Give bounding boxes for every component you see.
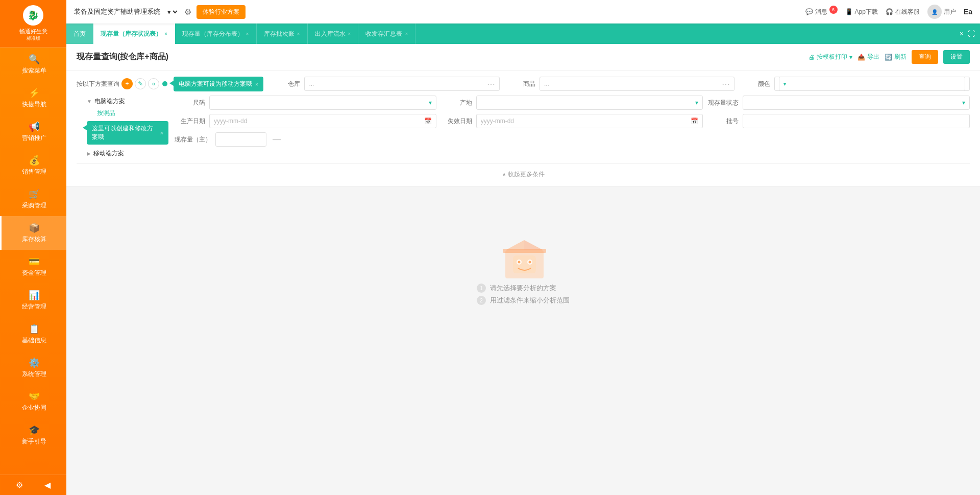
sidebar-item-guide[interactable]: 🎓 新手引导 [0, 418, 66, 452]
message-label: 消息 [815, 8, 827, 16]
tab-close-icon[interactable]: × [297, 31, 300, 37]
print-btn[interactable]: 🖨 按模板打印 ▾ [808, 53, 852, 61]
create-tooltip-wrap: 这里可以创建和修改方案哦 × [87, 121, 168, 145]
filter-row2: 尺码 ▾ 产地 ▾ 现存量状态 [175, 96, 970, 110]
gear-icon: ⚙️ [29, 357, 40, 368]
empty-text: 1 请先选择要分析的方案 2 用过滤条件来缩小分析范围 [477, 284, 570, 305]
create-tooltip-close[interactable]: × [160, 130, 163, 136]
sidebar-item-basic[interactable]: 📋 基础信息 [0, 317, 66, 351]
sidebar-item-search[interactable]: 🔍 搜索菜单 [0, 48, 66, 81]
size-arrow: ▾ [429, 99, 432, 106]
product-field: 商品 ... ⋯ [505, 77, 735, 91]
sidebar-item-collab[interactable]: 🤝 企业协同 [0, 385, 66, 418]
mobile-scheme-item[interactable]: ▶ 移动端方案 [87, 148, 168, 159]
sidebar-item-system[interactable]: ⚙️ 系统管理 [0, 351, 66, 385]
expire-date-calendar-icon[interactable]: 📅 [691, 117, 698, 125]
system-selector[interactable]: ▾ [165, 8, 179, 16]
collapse-sidebar-icon[interactable]: ◀ [44, 480, 51, 490]
header-left: 装备及固定资产辅助管理系统 ▾ ⚙ 体验行业方案 [74, 5, 246, 19]
expire-date-field: 失效日期 yyyy-mm-dd 📅 [442, 114, 703, 128]
user-label: 用户 [944, 8, 956, 16]
sidebar-item-label: 经营管理 [22, 302, 46, 311]
size-select[interactable]: ▾ [209, 96, 436, 110]
print-arrow: ▾ [849, 54, 852, 61]
desktop-scheme-tree: ▼ 电脑端方案 按照品 [87, 96, 168, 119]
tab-close-icon[interactable]: × [164, 31, 167, 37]
mobile-scheme-tree: ▶ 移动端方案 [87, 148, 168, 159]
svg-rect-1 [503, 249, 546, 253]
settings-bottom-icon[interactable]: ⚙ [16, 480, 23, 490]
tab-close-icon[interactable]: × [348, 31, 351, 37]
back-scheme-btn[interactable]: « [148, 78, 159, 89]
user-icon: 👤 [932, 9, 938, 15]
origin-select[interactable]: ▾ [476, 96, 703, 110]
desktop-child-item[interactable]: 按照品 [97, 107, 168, 119]
page-header: 现存量查询(按仓库+商品) 🖨 按模板打印 ▾ 📤 导出 🔄 刷新 查询 设置 [66, 44, 980, 70]
product-dots[interactable]: ⋯ [722, 79, 730, 89]
tab-home[interactable]: 首页 [66, 23, 93, 44]
download-label: App下载 [855, 8, 878, 16]
settings-btn[interactable]: 设置 [943, 50, 970, 64]
export-btn[interactable]: 📤 导出 [857, 53, 879, 61]
sidebar-nav: 🔍 搜索菜单 ⚡ 快捷导航 📢 营销推广 💰 销售管理 🛒 采购管理 📦 库存核… [0, 48, 66, 475]
sidebar-item-finance[interactable]: 💳 资金管理 [0, 250, 66, 284]
warehouse-select[interactable]: ... ⋯ [304, 77, 500, 91]
desktop-arrow: ▼ [87, 99, 92, 104]
tab-batch[interactable]: 库存批次账 × [257, 23, 308, 44]
industry-btn[interactable]: 体验行业方案 [197, 5, 246, 19]
user-btn[interactable]: 👤 用户 [927, 5, 956, 19]
app-download-btn[interactable]: 📱 App下载 [845, 8, 878, 16]
search-btn[interactable]: 查询 [912, 50, 938, 64]
edit-scheme-btn[interactable]: ✎ [135, 78, 146, 89]
sidebar-item-sales[interactable]: 💰 销售管理 [0, 149, 66, 182]
produce-date-calendar-icon[interactable]: 📅 [424, 117, 432, 125]
sidebar-item-purchase[interactable]: 🛒 采购管理 [0, 182, 66, 216]
scheme-tooltip-close[interactable]: × [255, 81, 258, 87]
batch-no-input[interactable] [743, 114, 970, 128]
filter-fields-row1: 仓库 ... ⋯ 商品 ... ⋯ 颜色 [270, 77, 970, 91]
stock-qty-field: 现存量（主） — [175, 132, 283, 147]
header-settings-icon[interactable]: ⚙ [184, 7, 191, 17]
box-icon: 📦 [29, 222, 40, 233]
collapse-filter-btn[interactable]: ∧ 收起更多条件 [77, 167, 970, 182]
produce-date-input[interactable]: yyyy-mm-dd 📅 [209, 114, 436, 128]
desktop-scheme-item[interactable]: ▼ 电脑端方案 [87, 96, 168, 107]
sidebar-item-inventory[interactable]: 📦 库存核算 [0, 216, 66, 250]
tab-summary[interactable]: 收发存汇总表 × [358, 23, 415, 44]
refresh-btn[interactable]: 🔄 刷新 [885, 53, 906, 61]
message-btn[interactable]: 💬 消息 6 [805, 8, 838, 16]
refresh-icon: 🔄 [885, 54, 892, 61]
tab-inventory-status[interactable]: 现存量（库存状况表） × [93, 23, 175, 44]
collapse-chevron: ∧ [502, 172, 506, 177]
produce-date-label: 生产日期 [175, 117, 205, 126]
service-btn[interactable]: 🎧 在线客服 [886, 8, 920, 16]
empty-state: 1 请先选择要分析的方案 2 用过滤条件来缩小分析范围 [66, 186, 980, 346]
warehouse-dots[interactable]: ⋯ [487, 79, 495, 89]
tab-close-icon[interactable]: × [246, 31, 249, 37]
sidebar-item-marketing[interactable]: 📢 营销推广 [0, 115, 66, 149]
empty-illustration [498, 227, 549, 278]
page-actions: 🖨 按模板打印 ▾ 📤 导出 🔄 刷新 查询 设置 [808, 50, 970, 64]
desktop-scheme-children: 按照品 [97, 107, 168, 119]
stock-qty-min[interactable] [215, 132, 266, 147]
connector-dot [162, 81, 167, 86]
filter-row3: 生产日期 yyyy-mm-dd 📅 失效日期 yyyy-mm-dd 📅 [175, 114, 970, 128]
color-field: 颜色 ▾ [740, 77, 970, 91]
sidebar-item-quicknav[interactable]: ⚡ 快捷导航 [0, 81, 66, 115]
filter-fields-group: 尺码 ▾ 产地 ▾ 现存量状态 [175, 96, 970, 147]
flash-icon: ⚡ [29, 87, 40, 99]
product-select[interactable]: ... ⋯ [540, 77, 735, 91]
add-scheme-btn[interactable]: + [121, 78, 133, 89]
sidebar-item-operation[interactable]: 📊 经营管理 [0, 284, 66, 317]
tab-maximize-icon[interactable]: ⛶ [968, 30, 975, 38]
tab-inventory-dist[interactable]: 现存量（库存分布表） × [175, 23, 257, 44]
tab-close-all-icon[interactable]: × [960, 30, 964, 38]
tab-flow[interactable]: 出入库流水 × [308, 23, 359, 44]
tab-close-icon[interactable]: × [405, 31, 408, 37]
size-label: 尺码 [175, 99, 205, 107]
color-select[interactable]: ▾ [774, 77, 970, 91]
stock-status-select[interactable]: ▾ [743, 96, 970, 110]
sidebar-item-label: 采购管理 [22, 201, 46, 210]
avatar: 👤 [927, 5, 942, 19]
expire-date-input[interactable]: yyyy-mm-dd 📅 [476, 114, 703, 128]
